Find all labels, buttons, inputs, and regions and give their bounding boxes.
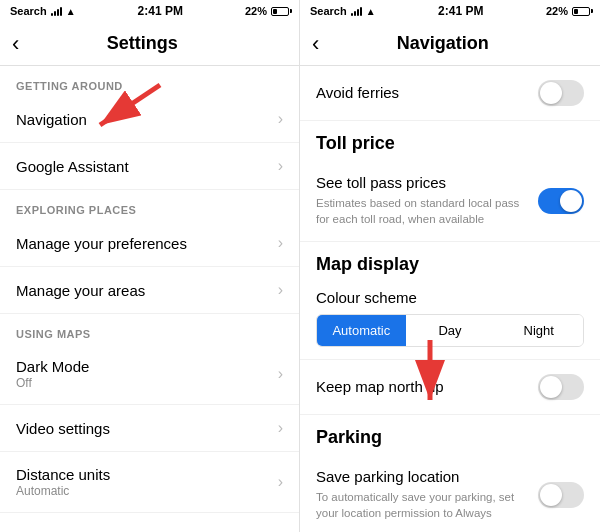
colour-scheme-night-button[interactable]: Night: [494, 315, 583, 346]
right-status-right: 22%: [546, 5, 590, 17]
setting-keep-map-north-label: Keep map north up: [316, 378, 444, 395]
menu-item-video-settings-label: Video settings: [16, 420, 110, 437]
left-status-right: 22%: [245, 5, 289, 17]
menu-item-manage-preferences-label: Manage your preferences: [16, 235, 187, 252]
keep-map-north-toggle[interactable]: [538, 374, 584, 400]
section-using-maps: USING MAPS: [0, 314, 299, 344]
left-nav-bar: ‹ Settings: [0, 22, 299, 66]
right-battery-pct: 22%: [546, 5, 568, 17]
left-status-search: Search: [10, 5, 47, 17]
menu-item-navigation-label: Navigation: [16, 111, 87, 128]
right-battery: [572, 7, 590, 16]
right-signal-bar-1: [351, 13, 353, 16]
manage-preferences-chevron-icon: ›: [278, 234, 283, 252]
setting-keep-map-north-content: Keep map north up: [316, 378, 538, 396]
video-settings-chevron-icon: ›: [278, 419, 283, 437]
setting-toll-pass-sublabel: Estimates based on standard local pass f…: [316, 195, 526, 227]
left-time: 2:41 PM: [138, 4, 183, 18]
toll-pass-toggle-knob: [560, 190, 582, 212]
right-signal-bar-3: [357, 9, 359, 16]
left-panel: Search ▲ 2:41 PM 22%: [0, 0, 300, 532]
right-time: 2:41 PM: [438, 4, 483, 18]
keep-map-north-toggle-knob: [540, 376, 562, 398]
signal-bar-1: [51, 13, 53, 16]
menu-item-google-assistant[interactable]: Google Assistant ›: [0, 143, 299, 190]
menu-item-distance-units-sublabel: Automatic: [16, 484, 110, 498]
left-back-button[interactable]: ‹: [12, 33, 19, 55]
google-assistant-chevron-icon: ›: [278, 157, 283, 175]
menu-item-distance-units-content: Distance units Automatic: [16, 466, 110, 498]
save-parking-toggle-knob: [540, 484, 562, 506]
save-parking-toggle[interactable]: [538, 482, 584, 508]
map-display-section-title: Map display: [300, 242, 600, 281]
setting-avoid-ferries: Avoid ferries: [300, 66, 600, 121]
signal-bar-3: [57, 9, 59, 16]
menu-item-manage-preferences-content: Manage your preferences: [16, 235, 187, 252]
colour-scheme-automatic-button[interactable]: Automatic: [317, 315, 406, 346]
menu-item-google-assistant-content: Google Assistant: [16, 158, 129, 175]
left-status-left: Search ▲: [10, 5, 76, 17]
right-wifi-icon: ▲: [366, 6, 376, 17]
menu-item-dark-mode-sublabel: Off: [16, 376, 89, 390]
menu-item-dark-mode-label: Dark Mode: [16, 358, 89, 375]
right-signal-bar-2: [354, 11, 356, 16]
signal-bar-2: [54, 11, 56, 16]
right-battery-body: [572, 7, 590, 16]
right-panel: Search ▲ 2:41 PM 22%: [300, 0, 600, 532]
colour-scheme-label: Colour scheme: [316, 289, 584, 306]
avoid-ferries-toggle[interactable]: [538, 80, 584, 106]
menu-item-video-settings[interactable]: Video settings ›: [0, 405, 299, 452]
right-signal-bars: [351, 6, 362, 16]
setting-avoid-ferries-label: Avoid ferries: [316, 84, 399, 101]
menu-item-dark-mode[interactable]: Dark Mode Off ›: [0, 344, 299, 405]
menu-item-distance-units[interactable]: Distance units Automatic ›: [0, 452, 299, 513]
menu-item-navigation-content: Navigation: [16, 111, 87, 128]
avoid-ferries-toggle-knob: [540, 82, 562, 104]
colour-scheme-buttons: Automatic Day Night: [316, 314, 584, 347]
setting-save-parking: Save parking location To automatically s…: [300, 454, 600, 532]
menu-item-distance-units-label: Distance units: [16, 466, 110, 483]
right-back-button[interactable]: ‹: [312, 33, 319, 55]
left-status-bar: Search ▲ 2:41 PM 22%: [0, 0, 299, 22]
dark-mode-chevron-icon: ›: [278, 365, 283, 383]
right-content: Avoid ferries Toll price See toll pass p…: [300, 66, 600, 532]
setting-save-parking-label: Save parking location: [316, 468, 459, 485]
manage-areas-chevron-icon: ›: [278, 281, 283, 299]
colour-scheme-container: Colour scheme Automatic Day Night: [300, 281, 600, 360]
left-battery-fill: [273, 9, 277, 14]
setting-save-parking-content: Save parking location To automatically s…: [316, 468, 538, 521]
menu-item-manage-areas[interactable]: Manage your areas ›: [0, 267, 299, 314]
left-page-title: Settings: [27, 33, 257, 54]
menu-item-manage-areas-content: Manage your areas: [16, 282, 145, 299]
left-battery-pct: 22%: [245, 5, 267, 17]
left-signal-bars: [51, 6, 62, 16]
menu-item-manage-areas-label: Manage your areas: [16, 282, 145, 299]
setting-avoid-ferries-content: Avoid ferries: [316, 84, 538, 102]
signal-bar-4: [60, 7, 62, 16]
setting-toll-pass-content: See toll pass prices Estimates based on …: [316, 174, 538, 227]
section-getting-around: GETTING AROUND: [0, 66, 299, 96]
colour-scheme-day-button[interactable]: Day: [406, 315, 495, 346]
left-battery-body: [271, 7, 289, 16]
right-status-bar: Search ▲ 2:41 PM 22%: [300, 0, 600, 22]
right-status-search: Search: [310, 5, 347, 17]
menu-item-video-settings-content: Video settings: [16, 420, 110, 437]
menu-item-manage-preferences[interactable]: Manage your preferences ›: [0, 220, 299, 267]
left-content: GETTING AROUND Navigation › Google Assis…: [0, 66, 299, 532]
toll-price-section-title: Toll price: [300, 121, 600, 160]
menu-item-dark-mode-content: Dark Mode Off: [16, 358, 89, 390]
setting-save-parking-sublabel: To automatically save your parking, set …: [316, 489, 526, 521]
menu-item-google-assistant-label: Google Assistant: [16, 158, 129, 175]
right-nav-bar: ‹ Navigation: [300, 22, 600, 66]
toll-pass-toggle[interactable]: [538, 188, 584, 214]
setting-keep-map-north: Keep map north up: [300, 360, 600, 415]
right-battery-fill: [574, 9, 578, 14]
right-signal-bar-4: [360, 7, 362, 16]
navigation-chevron-icon: ›: [278, 110, 283, 128]
parking-section-title: Parking: [300, 415, 600, 454]
right-page-title: Navigation: [327, 33, 558, 54]
left-wifi-icon: ▲: [66, 6, 76, 17]
setting-toll-pass-label: See toll pass prices: [316, 174, 446, 191]
menu-item-navigation[interactable]: Navigation ›: [0, 96, 299, 143]
right-status-left: Search ▲: [310, 5, 376, 17]
